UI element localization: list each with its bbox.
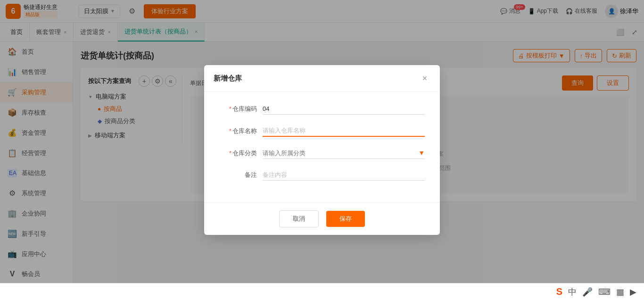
warehouse-category-input[interactable]: [263, 150, 418, 157]
cancel-button[interactable]: 取消: [279, 210, 319, 227]
modal-footer: 取消 保存: [204, 202, 440, 235]
form-row-remark: 备注: [219, 169, 425, 181]
form-row-warehouse-code: *仓库编码: [219, 103, 425, 115]
bottom-s-icon[interactable]: S: [556, 286, 562, 297]
warehouse-code-input[interactable]: [263, 103, 425, 115]
bottom-bar: S 中 🎤 ⌨ ▦ ▶: [0, 283, 644, 300]
warehouse-name-input[interactable]: [263, 125, 425, 137]
bottom-chinese-icon[interactable]: 中: [568, 286, 577, 298]
modal-title: 新增仓库: [214, 74, 242, 83]
category-dropdown-icon[interactable]: ▼: [418, 149, 425, 157]
warehouse-name-label: *仓库名称: [219, 127, 257, 135]
modal-new-warehouse: 新增仓库 × *仓库编码 *仓库名称 *仓库分类: [204, 65, 440, 235]
warehouse-code-label: *仓库编码: [219, 105, 257, 113]
modal-header: 新增仓库 ×: [204, 65, 440, 92]
remark-input[interactable]: [263, 169, 425, 181]
required-mark-1: *: [229, 105, 231, 112]
modal-close-button[interactable]: ×: [419, 73, 430, 84]
required-mark-3: *: [229, 150, 231, 157]
bottom-grid-icon[interactable]: ▦: [616, 287, 624, 297]
warehouse-category-label: *仓库分类: [219, 149, 257, 158]
remark-label: 备注: [219, 171, 257, 179]
required-mark-2: *: [229, 127, 231, 134]
warehouse-category-select[interactable]: ▼: [263, 147, 425, 159]
modal-overlay: 新增仓库 × *仓库编码 *仓库名称 *仓库分类: [0, 0, 644, 300]
bottom-mic-icon[interactable]: 🎤: [582, 287, 593, 297]
modal-body: *仓库编码 *仓库名称 *仓库分类 ▼: [204, 92, 440, 202]
bottom-notification-icon[interactable]: ▶: [630, 287, 636, 297]
form-row-warehouse-name: *仓库名称: [219, 125, 425, 137]
bottom-keyboard-icon[interactable]: ⌨: [598, 287, 611, 297]
save-button[interactable]: 保存: [326, 211, 365, 227]
form-row-warehouse-category: *仓库分类 ▼: [219, 147, 425, 159]
